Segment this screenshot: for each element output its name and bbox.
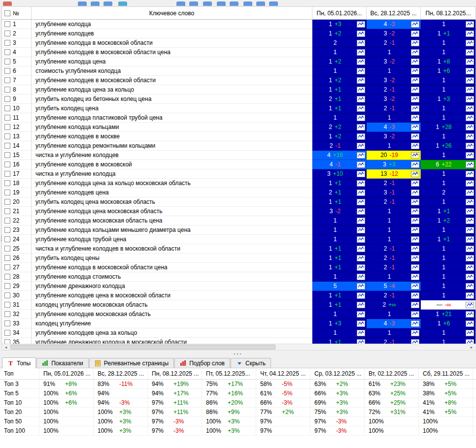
- chart-icon[interactable]: [411, 302, 419, 308]
- keyword-cell[interactable]: углубление колодца в московской области …: [32, 263, 312, 272]
- chart-icon[interactable]: [466, 199, 474, 205]
- row-checkbox[interactable]: [4, 115, 10, 121]
- chart-icon[interactable]: [411, 115, 419, 121]
- chart-icon[interactable]: [466, 133, 474, 140]
- chart-icon[interactable]: [357, 246, 365, 252]
- chart-icon[interactable]: [466, 143, 474, 149]
- chart-icon[interactable]: [411, 180, 419, 187]
- row-checkbox[interactable]: [4, 190, 10, 195]
- chart-icon[interactable]: [357, 199, 365, 205]
- keyword-cell[interactable]: чистка и углубление колодцев: [32, 151, 312, 160]
- keyword-cell[interactable]: углубление колодца стоимость: [32, 272, 312, 282]
- chart-icon[interactable]: [411, 59, 419, 65]
- keyword-cell[interactable]: углубление колодца кольцами: [32, 123, 312, 132]
- chart-icon[interactable]: [466, 208, 474, 215]
- date-column-header[interactable]: Пн, 05.01.2026...: [312, 7, 367, 19]
- keyword-cell[interactable]: углубление колодцев московская область: [32, 310, 312, 319]
- toolbar-button[interactable]: [230, 1, 238, 6]
- row-checkbox[interactable]: [4, 77, 10, 83]
- left-splitter-grip[interactable]: [0, 233, 3, 245]
- row-checkbox[interactable]: [4, 68, 10, 74]
- tab-hide[interactable]: Скрыть: [231, 358, 271, 368]
- row-checkbox[interactable]: [4, 283, 10, 289]
- toolbar-button[interactable]: [176, 1, 185, 6]
- chart-icon[interactable]: [411, 124, 419, 130]
- date-column-header[interactable]: Пн, 08.12.2025...: [421, 7, 476, 19]
- tops-date-header[interactable]: Вс, 28.12.2025 ...: [94, 368, 148, 379]
- chart-icon[interactable]: [357, 49, 365, 56]
- chart-icon[interactable]: [357, 283, 365, 289]
- row-checkbox[interactable]: [4, 246, 10, 252]
- keyword-cell[interactable]: колодец углубление: [32, 319, 312, 328]
- scroll-right-button[interactable]: ►: [468, 344, 476, 350]
- chart-icon[interactable]: [411, 87, 419, 93]
- chart-icon[interactable]: [411, 161, 419, 168]
- toolbar-button[interactable]: [3, 1, 12, 6]
- chart-icon[interactable]: [357, 115, 365, 121]
- row-checkbox[interactable]: [4, 105, 10, 111]
- row-checkbox[interactable]: [4, 143, 10, 149]
- chart-icon[interactable]: [411, 227, 419, 233]
- keyword-cell[interactable]: углубление колодца кольцами меньшего диа…: [32, 225, 312, 235]
- chart-icon[interactable]: [357, 236, 365, 243]
- keyword-cell[interactable]: углубление колодцев в московской области…: [32, 48, 312, 57]
- chart-icon[interactable]: [411, 218, 419, 224]
- chart-icon[interactable]: [411, 255, 419, 261]
- chart-icon[interactable]: [411, 320, 419, 327]
- chart-icon[interactable]: [357, 171, 365, 177]
- row-checkbox[interactable]: [4, 49, 10, 55]
- date-column-header[interactable]: Вс, 28.12.2025 ...: [367, 7, 421, 19]
- chart-icon[interactable]: [411, 283, 419, 289]
- row-checkbox[interactable]: [4, 199, 10, 205]
- chart-icon[interactable]: [466, 77, 474, 84]
- chart-icon[interactable]: [466, 68, 474, 74]
- chart-icon[interactable]: [466, 31, 474, 37]
- chart-icon[interactable]: [357, 68, 365, 74]
- row-checkbox[interactable]: [4, 236, 10, 242]
- chart-icon[interactable]: [466, 320, 474, 327]
- toolbar-button[interactable]: [103, 1, 112, 6]
- chart-icon[interactable]: [357, 152, 365, 159]
- chart-icon[interactable]: [466, 302, 474, 308]
- chart-icon[interactable]: [357, 87, 365, 93]
- row-checkbox[interactable]: [4, 21, 10, 27]
- toolbar-button[interactable]: [256, 1, 265, 6]
- keyword-cell[interactable]: углубление дренажного колодца в московск…: [32, 338, 312, 344]
- chart-icon[interactable]: [411, 311, 419, 318]
- chart-icon[interactable]: [411, 236, 419, 243]
- row-checkbox[interactable]: [4, 320, 10, 326]
- chart-icon[interactable]: [466, 274, 474, 280]
- chart-icon[interactable]: [411, 96, 419, 102]
- keyword-cell[interactable]: углубление колодцев цена за кольцо: [32, 328, 312, 338]
- keyword-cell[interactable]: углубление колодца цена за кольцо: [32, 85, 312, 95]
- chart-icon[interactable]: [411, 274, 419, 280]
- tops-date-header[interactable]: Пн, 08.12.2025 ...: [148, 368, 202, 379]
- keyword-cell[interactable]: углубление колодца цена: [32, 57, 312, 66]
- chart-icon[interactable]: [411, 31, 419, 37]
- chart-icon[interactable]: [357, 59, 365, 65]
- chart-icon[interactable]: [466, 180, 474, 187]
- row-checkbox[interactable]: [4, 96, 10, 102]
- chart-icon[interactable]: [411, 246, 419, 252]
- chart-icon[interactable]: [357, 180, 365, 187]
- chart-icon[interactable]: [411, 40, 419, 46]
- chart-icon[interactable]: [357, 124, 365, 130]
- chart-icon[interactable]: [466, 124, 474, 130]
- chart-icon[interactable]: [466, 330, 474, 336]
- chart-icon[interactable]: [357, 143, 365, 149]
- tops-date-header[interactable]: Пт, 05.12.2025...: [202, 368, 256, 379]
- tops-date-header[interactable]: Пн, 05.01.2026 ...: [39, 368, 94, 379]
- chart-icon[interactable]: [411, 171, 419, 177]
- chart-icon[interactable]: [466, 246, 474, 252]
- row-checkbox[interactable]: [4, 59, 10, 64]
- chart-icon[interactable]: [357, 255, 365, 261]
- chart-icon[interactable]: [411, 68, 419, 74]
- chart-icon[interactable]: [411, 199, 419, 205]
- chart-icon[interactable]: [357, 311, 365, 318]
- chart-icon[interactable]: [466, 190, 474, 196]
- chart-icon[interactable]: [357, 161, 365, 168]
- chart-icon[interactable]: [357, 320, 365, 327]
- keyword-cell[interactable]: углубить колодец цены: [32, 254, 312, 263]
- row-checkbox[interactable]: [4, 302, 10, 308]
- chart-icon[interactable]: [357, 218, 365, 224]
